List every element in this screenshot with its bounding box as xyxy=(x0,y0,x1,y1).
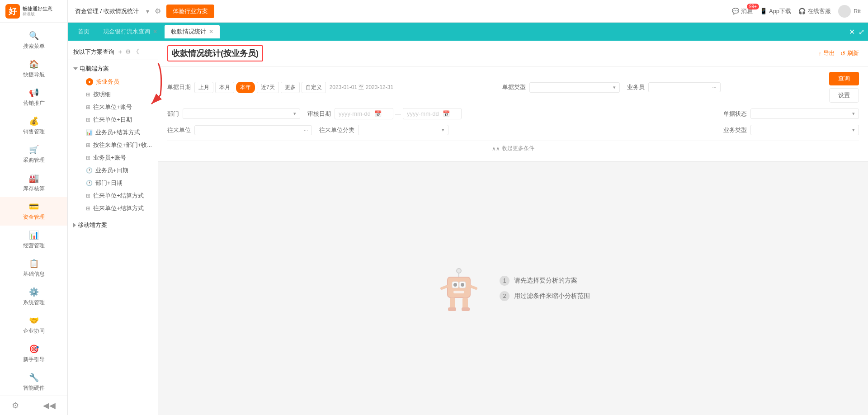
page-title: 收款情况统计(按业务员) xyxy=(167,45,263,61)
counterpart-category-select[interactable]: ▾ xyxy=(358,125,448,135)
salesperson-select[interactable]: ··· xyxy=(648,82,721,92)
filter-row-3: 往来单位 ··· 往来单位分类 ▾ 业务类型 xyxy=(167,125,859,135)
review-date-inputs: yyyy-mm-dd 📅 — yyyy-mm-dd 📅 xyxy=(335,108,462,119)
sidebar-item-operation[interactable]: 📊 经营管理 xyxy=(0,226,67,254)
expand-arrow xyxy=(73,67,78,70)
topbar: 资金管理 / 收款情况统计 ▾ ⚙ 体验行业方案 💬 消息 99+ 📱 App下… xyxy=(68,0,868,23)
sidebar-item-basic[interactable]: 📋 基础信息 xyxy=(0,254,67,283)
service-icon: 🎧 xyxy=(798,8,806,14)
date-btn-this-year[interactable]: 本年 xyxy=(236,82,255,93)
gear-icon[interactable]: ⚙ xyxy=(155,7,161,15)
calendar-icon-start: 📅 xyxy=(374,110,382,117)
dept-select[interactable]: ▾ xyxy=(183,108,300,119)
dept-label: 部门 xyxy=(167,110,179,118)
collapse-sidebar-icon[interactable]: ◀◀ xyxy=(43,401,56,410)
counterpart-select[interactable]: ··· xyxy=(194,125,312,135)
trial-button[interactable]: 体验行业方案 xyxy=(166,5,214,18)
date-btn-last-month[interactable]: 上月 xyxy=(194,82,213,93)
type-select[interactable]: ▾ xyxy=(529,82,620,93)
sidebar-item-search[interactable]: 🔍 搜索菜单 xyxy=(0,26,67,55)
add-scheme-icon[interactable]: ＋ xyxy=(117,48,123,56)
counterpart-dropdown-arrow: ··· xyxy=(304,127,308,133)
sidebar-item-purchase[interactable]: 🛒 采购管理 xyxy=(0,140,67,169)
settings-button[interactable]: 设置 xyxy=(829,88,859,103)
scheme-unit-account[interactable]: ⊞ 往来单位+账号 xyxy=(75,101,158,113)
robot-icon xyxy=(436,264,481,313)
sales-icon: 💰 xyxy=(29,116,39,126)
unit-date-icon: ⊞ xyxy=(86,117,90,123)
tab-collection[interactable]: 收款情况统计 ✕ xyxy=(165,25,220,38)
collapse-icon: ∧∧ xyxy=(492,146,500,152)
close-all-icon[interactable]: ✕ xyxy=(849,28,855,36)
mobile-section-label[interactable]: 移动端方案 xyxy=(68,218,158,232)
sidebar-item-corp[interactable]: 🤝 企业协同 xyxy=(0,311,67,340)
scheme-unit-settle2[interactable]: ⊞ 往来单位+结算方式 xyxy=(75,202,158,215)
svg-rect-5 xyxy=(453,291,464,293)
collapse-bar[interactable]: ∧∧ 收起更多条件 xyxy=(167,141,859,156)
expand-icon[interactable]: ⤢ xyxy=(859,28,864,36)
settings-scheme-icon[interactable]: ⚙ xyxy=(125,48,131,56)
date-filter: 单据日期 上月 本月 本年 近7天 更多 自定义 2023-01-01 至 20… xyxy=(167,82,393,93)
warehouse-icon: 🏭 xyxy=(29,173,39,183)
scheme-sales-date[interactable]: 🕐 业务员+日期 xyxy=(75,164,158,177)
settings-footer-icon[interactable]: ⚙ xyxy=(12,401,19,410)
unit-dept-icon: ⊞ xyxy=(86,142,90,148)
sidebar-item-system[interactable]: ⚙️ 系统管理 xyxy=(0,283,67,311)
scheme-sales-account[interactable]: ⊞ 业务员+账号 xyxy=(75,151,158,164)
sidebar-item-guide[interactable]: 🎯 新手引导 xyxy=(0,340,67,368)
business-type-arrow: ▾ xyxy=(852,127,855,133)
collapse-panel-icon[interactable]: 《 xyxy=(133,48,139,56)
sidebar-item-marketing[interactable]: 📢 营销推广 xyxy=(0,83,67,112)
filter-row-2: 部门 ▾ 审核日期 yyyy-mm-dd 📅 xyxy=(167,108,859,119)
message-area[interactable]: 💬 消息 99+ xyxy=(732,7,753,15)
scheme-detail[interactable]: ⊞ 按明细 xyxy=(75,88,158,101)
date-btn-more[interactable]: 更多 xyxy=(281,82,300,93)
review-date-start[interactable]: yyyy-mm-dd 📅 xyxy=(335,108,393,119)
user-area[interactable]: Rit xyxy=(838,5,861,18)
home-icon: 🏠 xyxy=(29,59,39,69)
desktop-section-label[interactable]: 电脑端方案 xyxy=(68,62,158,75)
scheme-sales-settle[interactable]: 📊 业务员+结算方式 xyxy=(75,126,158,139)
app-download[interactable]: 📱 App下载 xyxy=(760,7,791,15)
scheme-dept-date[interactable]: 🕐 部门+日期 xyxy=(75,177,158,189)
business-type-select[interactable]: ▾ xyxy=(750,125,859,135)
svg-point-7 xyxy=(457,269,461,273)
scheme-unit-dept[interactable]: ⊞ 按往来单位+部门+收... xyxy=(75,139,158,151)
review-date-end[interactable]: yyyy-mm-dd 📅 xyxy=(403,108,462,119)
purchase-icon: 🛒 xyxy=(29,145,39,155)
sidebar-item-finance[interactable]: 💳 资金管理 xyxy=(0,197,67,226)
sidebar-item-warehouse[interactable]: 🏭 库存核算 xyxy=(0,169,67,197)
scheme-unit-date[interactable]: ⊞ 往来单位+日期 xyxy=(75,113,158,126)
tab-home[interactable]: 首页 xyxy=(71,25,96,38)
doc-status-select[interactable]: ▾ xyxy=(750,108,859,119)
salesperson-filter: 业务员 ··· xyxy=(627,82,721,92)
calendar-icon-end: 📅 xyxy=(443,110,450,117)
type-dropdown-arrow: ▾ xyxy=(613,85,616,90)
sales-settle-icon: 📊 xyxy=(86,129,93,136)
sidebar-item-hardware[interactable]: 🔧 智能硬件 xyxy=(0,368,67,396)
message-badge: 99+ xyxy=(747,4,759,9)
sidebar-item-quicknav[interactable]: 🏠 快捷导航 xyxy=(0,55,67,83)
svg-rect-0 xyxy=(448,277,470,297)
date-btn-7days[interactable]: 近7天 xyxy=(257,82,279,93)
sidebar-footer: ⚙ ◀◀ xyxy=(0,396,67,415)
dept-date-icon: 🕐 xyxy=(86,180,93,186)
tab-bank[interactable]: 现金银行流水查询 ✕ xyxy=(97,25,164,38)
export-button[interactable]: ↑ 导出 xyxy=(819,49,835,57)
dropdown-icon[interactable]: ▾ xyxy=(146,8,149,15)
sidebar: 好 畅捷通好生意 标准版 🔍 搜索菜单 🏠 快捷导航 📢 营销推广 💰 销售管理… xyxy=(0,0,68,415)
step-num-1: 1 xyxy=(500,276,509,286)
date-btn-this-month[interactable]: 本月 xyxy=(215,82,234,93)
scheme-unit-settle1[interactable]: ⊞ 往来单位+结算方式 xyxy=(75,189,158,202)
counterpart-category-label: 往来单位分类 xyxy=(319,126,354,134)
filter-area: 单据日期 上月 本月 本年 近7天 更多 自定义 2023-01-01 至 20… xyxy=(158,66,868,162)
date-btn-custom[interactable]: 自定义 xyxy=(302,82,326,93)
refresh-button[interactable]: ↺ 刷新 xyxy=(840,49,859,57)
sidebar-item-sales[interactable]: 💰 销售管理 xyxy=(0,112,67,140)
business-type-filter: 业务类型 ▾ xyxy=(723,125,859,135)
query-button[interactable]: 查询 xyxy=(829,72,859,85)
scheme-salesperson[interactable]: ● 按业务员 xyxy=(75,75,158,88)
tab-collection-close[interactable]: ✕ xyxy=(209,28,213,35)
tab-bank-close[interactable]: ✕ xyxy=(153,28,157,35)
online-service[interactable]: 🎧 在线客服 xyxy=(798,7,831,15)
